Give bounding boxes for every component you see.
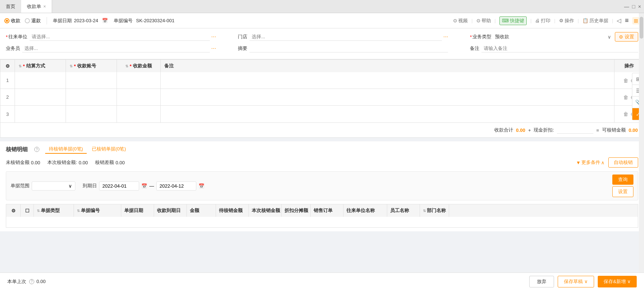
- minimize-icon[interactable]: —: [624, 4, 629, 9]
- row-3-remark[interactable]: [161, 106, 614, 122]
- settings-button[interactable]: ⚙ 设置: [615, 32, 638, 42]
- bth-discount: 折扣分摊额: [282, 204, 311, 217]
- filter-icon: ▼: [576, 160, 581, 165]
- layout-left-icon[interactable]: ◁: [617, 17, 621, 24]
- row-1-delete-icon[interactable]: 🗑: [623, 78, 628, 83]
- staff-input[interactable]: [22, 44, 210, 52]
- bill-range-select[interactable]: ∨: [32, 181, 75, 191]
- bill-date-value: 2023-03-24: [74, 18, 98, 23]
- query-button[interactable]: 查询: [612, 175, 633, 185]
- settings-label: 设置: [625, 34, 634, 40]
- bill-no-label: 单据编号: [114, 17, 133, 24]
- tab-close-icon[interactable]: ×: [43, 4, 46, 9]
- row-3-settlement[interactable]: [15, 106, 66, 122]
- date-from-calendar-icon[interactable]: 📅: [141, 183, 147, 189]
- partner-input[interactable]: [30, 33, 210, 41]
- tab-home[interactable]: 首页: [0, 0, 21, 13]
- bill-no-value: SK-20230324-001: [136, 18, 175, 23]
- partner-more-icon[interactable]: ···: [211, 34, 216, 40]
- row-2-remark[interactable]: [161, 89, 614, 105]
- filter-set-button[interactable]: 设置: [612, 186, 633, 197]
- row-2-amount[interactable]: [117, 89, 161, 105]
- diff-label: 核销差额: [95, 159, 114, 166]
- row-3-amount[interactable]: [117, 106, 161, 122]
- row-3-account[interactable]: [66, 106, 117, 122]
- help-btn[interactable]: ⊙ 帮助: [476, 17, 491, 24]
- shop-more-icon[interactable]: ···: [443, 34, 448, 40]
- operation-btn[interactable]: ⚙ 操作: [559, 17, 574, 24]
- bottom-right: 放弃 保存草稿 ∨ 保存&新增 ∨: [529, 276, 637, 287]
- bill-date-field: 单据日期 2023-03-24 📅: [53, 17, 108, 24]
- row-1-remark[interactable]: [161, 72, 614, 89]
- receivable-label: 可核销金额: [602, 127, 626, 133]
- close-window-icon[interactable]: ×: [638, 4, 641, 9]
- row-1-account[interactable]: [66, 72, 117, 89]
- th-gear[interactable]: ⚙: [0, 60, 15, 72]
- discount-input[interactable]: [557, 126, 593, 134]
- bth-dept: ⇅ 部门名称: [420, 204, 449, 217]
- bth-check[interactable]: ☐: [21, 204, 34, 217]
- tab-shoukuan-label: 收款单: [27, 3, 41, 10]
- tab-pending[interactable]: 待核销单据(0笔): [45, 145, 87, 154]
- row-1-settlement[interactable]: [15, 72, 66, 89]
- save-draft-button[interactable]: 保存草稿 ∨: [558, 276, 594, 287]
- layout-grid-icon[interactable]: ⊞: [632, 17, 640, 24]
- layout-menu-icon[interactable]: ≡: [625, 17, 629, 24]
- video-icon: ⊙: [453, 18, 457, 23]
- save-new-button[interactable]: 保存&新增 ∨: [598, 276, 637, 287]
- tab-shoukuan[interactable]: 收款单 ×: [21, 0, 52, 13]
- row-3-delete-icon[interactable]: 🗑: [623, 111, 628, 117]
- row-2-account[interactable]: [66, 89, 117, 105]
- history-btn[interactable]: 📋 历史单据: [582, 17, 608, 24]
- row-1-amount[interactable]: [117, 72, 161, 89]
- summary-input[interactable]: [250, 44, 448, 52]
- table-body: 1 🗑 ⊕ 2 🗑 ⊕ 3: [0, 72, 644, 123]
- date-from-input[interactable]: [99, 181, 139, 191]
- date-to-calendar-icon[interactable]: 📅: [199, 183, 204, 189]
- diff-stat: 核销差额 0.00: [95, 159, 125, 166]
- uncancelled-stat: 未核销金额 0.00: [6, 159, 40, 166]
- this-time-stat: 本次核销金额: 0.00: [47, 159, 88, 166]
- reconcile-info-icon[interactable]: ?: [34, 147, 39, 152]
- staff-more-icon[interactable]: ···: [211, 45, 216, 52]
- date-to-input[interactable]: [156, 181, 196, 191]
- table-row: 1 🗑 ⊕: [0, 72, 644, 89]
- table-row: 2 🗑 ⊕: [0, 89, 644, 106]
- more-conditions-btn[interactable]: ▼ 更多条件 ∧: [576, 159, 605, 166]
- radio-tuikuan-circle: [25, 18, 30, 23]
- abandon-button[interactable]: 放弃: [529, 276, 554, 287]
- biz-type-dropdown-icon[interactable]: ∨: [608, 34, 611, 40]
- scrollbar-thumb[interactable]: [640, 17, 643, 39]
- bth-thistime: 本次核销金额: [249, 204, 282, 217]
- row-2-delete-icon[interactable]: 🗑: [623, 94, 628, 100]
- partner-label: 往来单位: [8, 34, 27, 40]
- help-label: 帮助: [482, 17, 491, 24]
- video-btn[interactable]: ⊙ 视频: [453, 17, 468, 24]
- radio-shoukuan[interactable]: 收款: [4, 17, 20, 24]
- row-2-settlement[interactable]: [15, 89, 66, 105]
- history-label: 历史单据: [589, 17, 608, 24]
- bth-type: ⇅ 单据类型: [34, 204, 74, 217]
- bth-employee: 员工名称: [387, 204, 420, 217]
- note-input[interactable]: [482, 44, 638, 52]
- bth-gear[interactable]: ⚙: [6, 204, 21, 217]
- tab-done[interactable]: 已核销单据(0笔): [88, 145, 130, 154]
- partner-required-star: *: [6, 34, 8, 40]
- maximize-icon[interactable]: □: [632, 4, 635, 9]
- receipt-type-radio-group: 收款 退款: [4, 17, 41, 24]
- radio-tuikuan[interactable]: 退款: [25, 17, 41, 24]
- auto-reconcile-button[interactable]: 自动核销: [608, 157, 638, 168]
- shop-input[interactable]: [250, 33, 442, 41]
- equals-sign: =: [596, 128, 599, 133]
- print-btn[interactable]: 🖨 打印: [535, 17, 550, 24]
- biz-type-field: * 业务类型 预收款 ∨ ⚙ 设置: [470, 32, 638, 42]
- shop-label: 门店: [238, 34, 247, 40]
- bottom-bar: 本单上次 ? 0.00 放弃 保存草稿 ∨ 保存&新增 ∨: [0, 273, 644, 290]
- th-settlement: ⇅ * 结算方式: [15, 60, 66, 72]
- keyboard-icon: ⌨: [502, 18, 509, 23]
- scrollbar[interactable]: [639, 13, 644, 273]
- last-order-info-icon[interactable]: ?: [29, 279, 34, 284]
- calendar-icon[interactable]: 📅: [102, 18, 108, 23]
- this-time-label: 本次核销金额:: [47, 159, 77, 166]
- shortcut-btn[interactable]: ⌨ 快捷键: [499, 16, 527, 25]
